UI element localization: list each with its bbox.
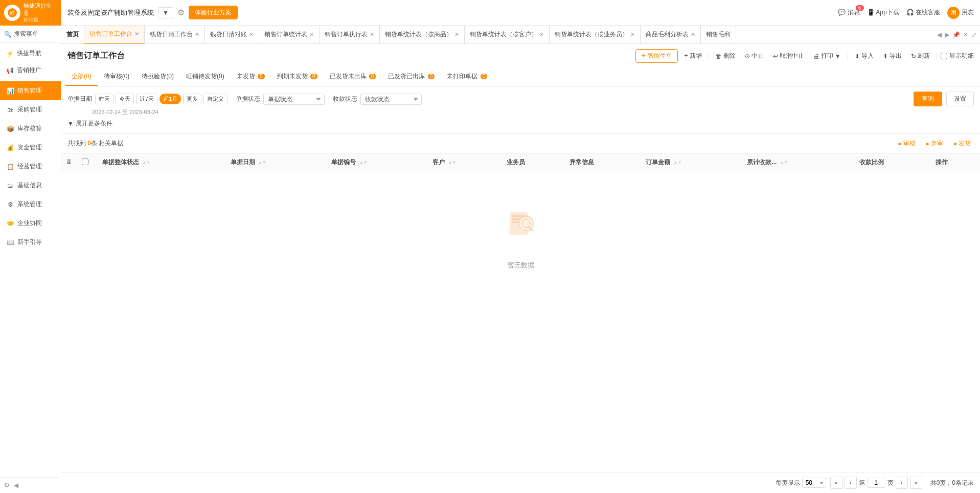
date-btn-7days[interactable]: 近7天 xyxy=(136,94,157,104)
tab-sales-order-workbench[interactable]: 销售订单工作台 ✕ xyxy=(84,26,145,44)
tab-close-cash-daily[interactable]: ✕ xyxy=(195,31,199,38)
print-button[interactable]: 🖨 打印 ▼ xyxy=(810,50,844,62)
date-btn-today[interactable]: 今天 xyxy=(116,94,134,104)
subtab-unshipped[interactable]: 未发货 0 xyxy=(231,68,271,86)
tab-pin-icon[interactable]: 📌 xyxy=(951,31,962,38)
date-btn-yesterday[interactable]: 昨天 xyxy=(95,94,113,104)
date-btn-custom[interactable]: 自定义 xyxy=(203,94,227,104)
smart-generate-button[interactable]: ✦ 智能生单 xyxy=(635,49,678,63)
tab-product-margin[interactable]: 商品毛利分析表 ✕ xyxy=(641,26,701,44)
tab-home[interactable]: 首页 xyxy=(61,26,84,44)
select-all-checkbox[interactable] xyxy=(82,159,88,165)
online-service-link[interactable]: 🎧 在线客服 xyxy=(906,8,940,17)
sidebar-item-label-finance: 资金管理 xyxy=(17,143,42,152)
tab-sales-stat[interactable]: 销售订单统计表 ✕ xyxy=(259,26,320,44)
sidebar-item-system[interactable]: ⚙ 系统管理 xyxy=(0,195,61,214)
first-page-btn[interactable]: « xyxy=(830,477,842,489)
message-badge[interactable]: 💬 6 消息 xyxy=(838,8,859,17)
sort-customer-icon[interactable]: ▲▼ xyxy=(448,160,457,165)
subtab-pending-inspect[interactable]: 待挑验货(0) xyxy=(135,68,180,86)
sort-collected-icon[interactable]: ▲▼ xyxy=(780,160,788,165)
system-dropdown-btn[interactable]: ▼ xyxy=(158,7,173,18)
sort-number-icon[interactable]: ▲▼ xyxy=(359,160,368,165)
svg-point-7 xyxy=(519,216,533,231)
delete-button[interactable]: 🗑 删除 xyxy=(713,50,739,62)
settings-gear-icon[interactable]: ⚙ xyxy=(177,8,185,17)
refresh-button[interactable]: ↻ 刷新 xyxy=(908,50,933,62)
subtab-not-printed[interactable]: 未打印单据 0 xyxy=(441,68,493,86)
tab-sales-gross[interactable]: 销售毛利 xyxy=(701,26,736,44)
tab-expand-icon[interactable]: ⤢ xyxy=(970,31,978,38)
audit-button[interactable]: ● 审核 xyxy=(895,138,918,149)
date-btn-1month[interactable]: 近1月 xyxy=(159,94,181,104)
sort-amount-icon[interactable]: ▲▼ xyxy=(674,160,682,165)
experience-btn[interactable]: 体验行业方案 xyxy=(189,6,238,19)
subtab-expired-unshipped[interactable]: 到期未发货 0 xyxy=(271,68,324,86)
tab-close-summary-product[interactable]: ✕ xyxy=(454,31,459,38)
date-filter-label: 单据日期 xyxy=(67,95,92,103)
th-checkbox xyxy=(77,154,97,171)
sidebar-item-operations[interactable]: 📋 经营管理 xyxy=(0,157,61,176)
tab-close-sales-stat[interactable]: ✕ xyxy=(309,31,314,38)
tab-close-cash-reconcile[interactable]: ✕ xyxy=(249,31,254,38)
subtab-wangpu-ship[interactable]: 旺铺待发货(0) xyxy=(180,68,231,86)
tab-close-sales-order[interactable]: ✕ xyxy=(134,31,139,37)
export-label: 导出 xyxy=(890,52,902,60)
tab-sales-summary-staff[interactable]: 销货单统计表（按业务员） ✕ xyxy=(550,26,641,44)
sidebar-item-finance[interactable]: 💰 资金管理 xyxy=(0,138,61,157)
subtab-bar: 全部(0) 待审核(0) 待挑验货(0) 旺铺待发货(0) 未发货 0 到期未发… xyxy=(61,68,980,86)
add-button[interactable]: + 新增 xyxy=(681,50,704,62)
cancel-stop-button[interactable]: ↩ 取消中止 xyxy=(770,50,807,62)
sidebar-item-basic[interactable]: 🗂 基础信息 xyxy=(0,176,61,195)
tab-cash-daily[interactable]: 钱货日清工作台 ✕ xyxy=(145,26,205,44)
sidebar-item-sales[interactable]: 📊 销售管理 xyxy=(0,81,61,100)
settings-icon[interactable]: ⚙ xyxy=(4,482,10,489)
last-page-btn[interactable]: » xyxy=(910,477,922,489)
date-btn-more[interactable]: 更多 xyxy=(183,94,201,104)
subtab-shipped-not-outbound[interactable]: 已发货未出库 0 xyxy=(324,68,382,86)
next-page-btn[interactable]: › xyxy=(896,477,908,489)
page-number-input[interactable] xyxy=(867,478,885,488)
app-download-link[interactable]: 📱 App下载 xyxy=(867,8,899,17)
export-button[interactable]: ⬆ 导出 xyxy=(880,50,905,62)
quick-nav-item[interactable]: ⚡ 快捷导航 xyxy=(0,45,61,62)
tab-cash-reconcile[interactable]: 钱货日清对账 ✕ xyxy=(205,26,259,44)
headset-icon: 🎧 xyxy=(906,9,914,16)
revoke-button[interactable]: ● 弃审 xyxy=(923,138,946,149)
sidebar-item-purchase[interactable]: 🛍 采购管理 xyxy=(0,100,61,119)
stop-button[interactable]: ⊙ 中止 xyxy=(742,50,767,62)
sidebar-item-inventory[interactable]: 📦 库存核算 xyxy=(0,119,61,138)
tab-scroll-right-icon[interactable]: ▶ xyxy=(943,31,951,38)
payment-select[interactable]: 收款状态 xyxy=(360,94,422,105)
tab-sales-summary-customer[interactable]: 销货单统计表（按客户） ✕ xyxy=(465,26,550,44)
marketing-item[interactable]: 📢 营销推广 xyxy=(0,62,61,79)
sort-status-icon[interactable]: ▲▼ xyxy=(142,160,150,165)
sidebar-item-enterprise[interactable]: 🤝 企业协同 xyxy=(0,214,61,233)
tab-close-product-margin[interactable]: ✕ xyxy=(691,31,695,38)
tab-close-summary-staff[interactable]: ✕ xyxy=(630,31,635,38)
sidebar-item-label-sales: 销售管理 xyxy=(17,86,42,95)
tab-scroll-left-icon[interactable]: ◀ xyxy=(936,31,943,38)
ship-button[interactable]: ● 发货 xyxy=(950,138,974,149)
query-button[interactable]: 查询 xyxy=(914,92,942,106)
subtab-pending-audit[interactable]: 待审核(0) xyxy=(98,68,136,86)
tab-close-sales-exec[interactable]: ✕ xyxy=(370,31,374,38)
tab-sales-summary-product[interactable]: 销货单统计表（按商品） ✕ xyxy=(380,26,465,44)
sort-date-icon[interactable]: ▲▼ xyxy=(258,160,266,165)
sidebar-item-guide[interactable]: 📖 新手引导 xyxy=(0,233,61,252)
status-select[interactable]: 单据状态 xyxy=(263,94,325,105)
tab-close-all-icon[interactable]: ✕ xyxy=(962,31,970,38)
prev-page-btn[interactable]: ‹ xyxy=(845,477,857,489)
expand-filter-btn[interactable]: ▼ 展开更多条件 xyxy=(67,119,974,128)
tab-sales-exec[interactable]: 销售订单执行表 ✕ xyxy=(320,26,380,44)
subtab-shipped-outbound[interactable]: 已发货已出库 0 xyxy=(382,68,441,86)
show-detail-checkbox[interactable] xyxy=(941,53,947,59)
import-button[interactable]: ⬇ 导入 xyxy=(852,50,877,62)
per-page-select[interactable]: 50 10 20 100 xyxy=(802,478,826,488)
user-menu[interactable]: 用 用友 xyxy=(947,7,974,19)
tab-close-summary-customer[interactable]: ✕ xyxy=(539,31,544,38)
search-menu[interactable]: 🔍 搜索菜单 xyxy=(0,26,61,43)
settings-button[interactable]: 设置 xyxy=(946,92,974,106)
collapse-icon[interactable]: ◀ xyxy=(14,482,18,489)
subtab-all[interactable]: 全部(0) xyxy=(65,68,98,86)
